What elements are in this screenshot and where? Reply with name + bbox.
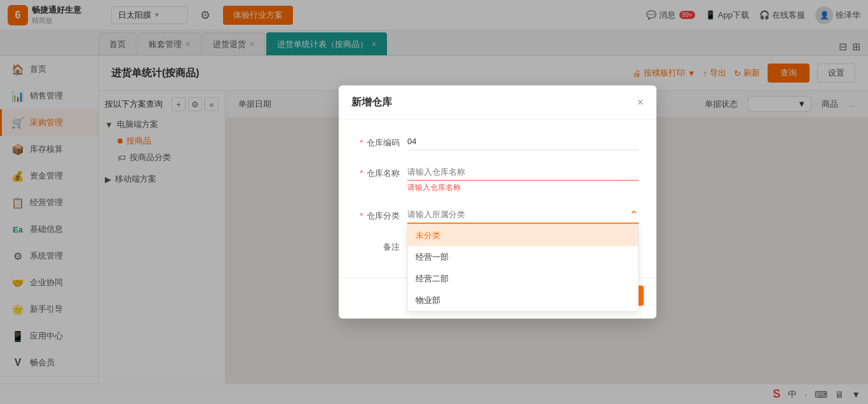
warehouse-name-input[interactable] (407, 163, 639, 181)
dialog-header: 新增仓库 × (339, 86, 656, 120)
dropdown-item-uncategorized[interactable]: 未分类 (408, 225, 638, 246)
new-warehouse-dialog: 新增仓库 × * 仓库编码 * 仓库名称 请输入仓库名称 (339, 86, 656, 319)
required-marker-3: * (360, 211, 363, 220)
warehouse-name-error: 请输入仓库名称 (407, 182, 639, 193)
dropdown-item-dept1[interactable]: 经营一部 (408, 246, 638, 268)
warehouse-category-input[interactable] (407, 206, 639, 224)
category-dropdown: 未分类 经营一部 经营二部 物业部 (407, 224, 639, 312)
dropdown-item-property[interactable]: 物业部 (408, 290, 638, 311)
warehouse-code-field (407, 133, 639, 151)
warehouse-name-field: 请输入仓库名称 (407, 163, 639, 193)
form-row-category: * 仓库分类 ⌃ 未分类 经营一部 经营二部 物业部 (356, 206, 639, 224)
remark-label: 备注 (356, 237, 407, 253)
warehouse-category-field: ⌃ 未分类 经营一部 经营二部 物业部 (407, 206, 639, 224)
warehouse-code-input[interactable] (407, 133, 639, 151)
form-row-code: * 仓库编码 (356, 133, 639, 151)
dialog-title: 新增仓库 (351, 96, 392, 109)
dialog-body: * 仓库编码 * 仓库名称 请输入仓库名称 * 仓库分类 (339, 120, 656, 278)
dialog-close-icon[interactable]: × (637, 96, 644, 109)
warehouse-code-label: * 仓库编码 (356, 133, 407, 149)
warehouse-category-label: * 仓库分类 (356, 206, 407, 222)
category-chevron-up-icon[interactable]: ⌃ (629, 208, 639, 222)
required-marker: * (360, 138, 363, 147)
warehouse-name-label: * 仓库名称 (356, 163, 407, 179)
dropdown-item-dept2[interactable]: 经营二部 (408, 268, 638, 290)
required-marker-2: * (360, 168, 363, 178)
form-row-name: * 仓库名称 请输入仓库名称 (356, 163, 639, 193)
